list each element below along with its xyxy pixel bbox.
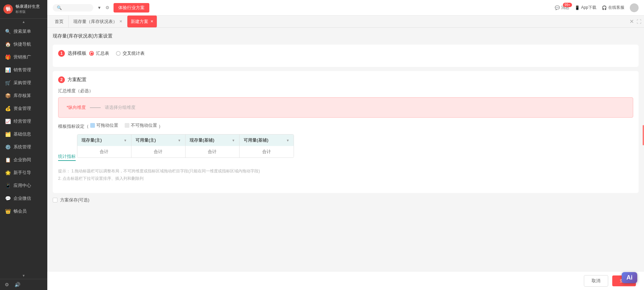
headset-icon: 🎧 xyxy=(602,5,607,10)
sidebar-item-operation[interactable]: 📈 经营管理 xyxy=(0,115,47,128)
sidebar-item-finance[interactable]: 💰 资金管理 xyxy=(0,102,47,115)
radio-summary-circle xyxy=(89,51,94,56)
section-plan-config: 2 方案配置 汇总维度（必选） *纵向维度 —— 请选择分组维度 模板指标设定（… xyxy=(53,71,639,193)
tab-inventory-close[interactable]: ✕ xyxy=(119,19,122,24)
sidebar-item-label: 应用中心 xyxy=(14,183,31,189)
dimension-placeholder: 请选择分组维度 xyxy=(105,104,135,111)
stats-col-3-header[interactable]: 现存量(基辅) ▼ xyxy=(185,135,240,146)
sidebar-item-inventory[interactable]: 📦 库存核算 xyxy=(0,89,47,102)
radio-cross-circle xyxy=(116,51,121,56)
dimension-label: 汇总维度（必选） xyxy=(58,88,633,94)
ai-badge[interactable]: Ai xyxy=(622,272,637,283)
stats-table-body-row: 合计 合计 合计 合计 xyxy=(77,146,294,158)
stats-col-4-header[interactable]: 可用量(基辅) ▼ xyxy=(240,135,294,146)
user-avatar[interactable] xyxy=(630,3,639,12)
sidebar-item-label: 采购管理 xyxy=(14,80,31,86)
customer-service-item[interactable]: 🎧 在线客服 xyxy=(602,5,624,10)
stats-col-2-header[interactable]: 可用量(主) ▼ xyxy=(131,135,185,146)
radio-cross[interactable]: 交叉统计表 xyxy=(116,50,145,56)
tab-inventory[interactable]: 现存量（库存状况表） ✕ xyxy=(69,16,127,27)
sidebar-item-sales[interactable]: 📊 销售管理 xyxy=(0,64,47,76)
stats-col-1-header[interactable]: 现存量(主) ▼ xyxy=(77,135,131,146)
topbar-dropdown[interactable]: ▼ xyxy=(97,5,101,10)
sidebar-item-purchase[interactable]: 🛒 采购管理 xyxy=(0,76,47,89)
search-icon: 🔍 xyxy=(5,29,11,34)
phone-icon: 📱 xyxy=(5,183,11,188)
sidebar-item-basic[interactable]: 🗂️ 基础信息 xyxy=(0,128,47,141)
radio-cross-label: 交叉统计表 xyxy=(123,50,145,56)
sidebar-item-search[interactable]: 🔍 搜索菜单 xyxy=(0,25,47,38)
step1-num: 1 xyxy=(58,50,65,57)
tab-new-plan-label: 新建方案 xyxy=(131,19,148,25)
sidebar-scroll-up[interactable]: ▲ xyxy=(0,19,47,25)
save-plan-label: 方案保存(可选) xyxy=(60,197,90,203)
tab-new-plan[interactable]: 新建方案 ✕ xyxy=(127,16,157,27)
drag-indicator: 可拖动位置 xyxy=(90,122,118,128)
sidebar-item-marketing[interactable]: 🎁 营销推广 xyxy=(0,51,47,64)
chart-icon: 📊 xyxy=(5,67,11,73)
tab-home-label: 首页 xyxy=(55,19,64,25)
gift-icon: 🎁 xyxy=(5,54,11,60)
sidebar-item-enterprise[interactable]: 📋 企业协同 xyxy=(0,153,47,166)
topbar: 🔍 ▼ ⚙ 体验行业方案 💬 消息 99+ 📱 App下载 🎧 xyxy=(47,0,644,16)
sidebar-nav: 🔍 搜索菜单 🏠 快捷导航 🎁 营销推广 📊 销售管理 🛒 采购管理 📦 库存核… xyxy=(0,25,47,272)
step1-label: 选择模板 xyxy=(68,50,86,56)
stats-table-header-row: 现存量(主) ▼ 可用量(主) ▼ 现存量(基辅) ▼ 可用量(基辅) xyxy=(77,135,294,146)
search-icon: 🔍 xyxy=(57,5,62,10)
app-download-item[interactable]: 📱 App下载 xyxy=(575,5,596,10)
sidebar-item-newuser[interactable]: 🌟 新手引导 xyxy=(0,166,47,179)
phone-icon: 📱 xyxy=(575,5,580,10)
page-title: 现存量(库存状况表)方案设置 xyxy=(53,33,639,39)
col-1-dropdown[interactable]: ▼ xyxy=(124,139,127,142)
sidebar-item-system[interactable]: ⚙️ 系统管理 xyxy=(0,141,47,153)
sidebar-item-label: 销售管理 xyxy=(14,67,31,73)
radio-summary[interactable]: 汇总表 xyxy=(89,50,109,56)
save-plan-checkbox[interactable] xyxy=(53,198,57,202)
sidebar-item-label: 快捷导航 xyxy=(14,41,31,47)
sidebar-item-label: 企业协同 xyxy=(14,157,31,163)
sidebar-item-wechat[interactable]: 💬 企业微信 xyxy=(0,192,47,205)
save-plan-row: 方案保存(可选) xyxy=(53,197,639,203)
dimension-area[interactable]: *纵向维度 —— 请选择分组维度 xyxy=(58,97,633,118)
crown-icon: 👑 xyxy=(5,209,11,214)
main-area: 🔍 ▼ ⚙ 体验行业方案 💬 消息 99+ 📱 App下载 🎧 xyxy=(47,0,644,290)
radio-summary-inner xyxy=(91,52,93,55)
sidebar-item-label: 库存核算 xyxy=(14,93,31,99)
messages-item[interactable]: 💬 消息 99+ xyxy=(555,5,569,10)
clipboard-icon: 📋 xyxy=(5,157,11,163)
sidebar-item-label: 系统管理 xyxy=(14,144,31,150)
stats-body-2: 合计 xyxy=(131,146,185,158)
col-4-dropdown[interactable]: ▼ xyxy=(286,139,290,142)
speaker-icon[interactable]: 🔊 xyxy=(15,282,20,287)
topbar-search-box[interactable]: 🔍 xyxy=(53,4,93,11)
tips-area: 提示： 1.拖动标题栏可以调整布局，不可跨维度或指标区域拖动栏目字段(只能在同一… xyxy=(58,168,633,182)
col-2-dropdown[interactable]: ▼ xyxy=(178,139,181,142)
sidebar: 畅 畅康通好生意 标准版 ▲ 🔍 搜索菜单 🏠 快捷导航 🎁 营销推广 📊 销售… xyxy=(0,0,47,290)
cart-icon: 🛒 xyxy=(5,80,11,86)
stats-section: 统计指标 现存量(主) ▼ 可用量(主) ▼ 现存量(基辅) xyxy=(58,134,633,164)
dimension-arrow: —— xyxy=(90,104,101,111)
customer-service-label: 在线客服 xyxy=(608,5,624,10)
sidebar-scroll-down[interactable]: ▼ xyxy=(0,272,47,279)
tab-home[interactable]: 首页 xyxy=(50,16,69,27)
tab-new-plan-close[interactable]: ✕ xyxy=(150,19,153,24)
sidebar-item-label: 营销推广 xyxy=(14,54,31,60)
radio-summary-label: 汇总表 xyxy=(96,50,109,56)
template-radio-group: 汇总表 交叉统计表 xyxy=(89,50,145,56)
cancel-button[interactable]: 取消 xyxy=(584,275,608,287)
sidebar-item-apps[interactable]: 📱 应用中心 xyxy=(0,179,47,192)
tab-bar: 首页 现存量（库存状况表） ✕ 新建方案 ✕ ✕ ⛶ xyxy=(47,16,644,28)
close-panel-icon[interactable]: ✕ xyxy=(629,18,634,25)
sidebar-item-label: 资金管理 xyxy=(14,105,31,112)
trend-icon: 📈 xyxy=(5,119,11,124)
stats-table: 现存量(主) ▼ 可用量(主) ▼ 现存量(基辅) ▼ 可用量(基辅) xyxy=(77,134,294,158)
folder-icon: 🗂️ xyxy=(5,131,11,137)
step2-num: 2 xyxy=(58,76,65,83)
sidebar-item-shortcut[interactable]: 🏠 快捷导航 xyxy=(0,38,47,51)
col-3-dropdown[interactable]: ▼ xyxy=(232,139,235,142)
topbar-gear-icon[interactable]: ⚙ xyxy=(105,5,109,10)
trial-button[interactable]: 体验行业方案 xyxy=(114,3,149,13)
sidebar-item-member[interactable]: 👑 畅会员 xyxy=(0,205,47,218)
settings-icon[interactable]: ⚙ xyxy=(5,282,9,287)
expand-panel-icon[interactable]: ⛶ xyxy=(637,19,641,24)
